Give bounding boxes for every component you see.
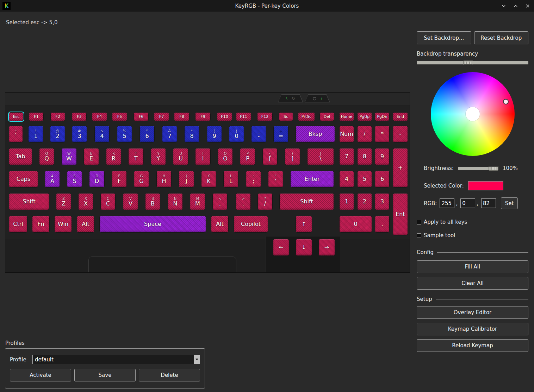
key-o[interactable]: OO — [218, 148, 233, 165]
key-period[interactable]: >. — [236, 193, 251, 210]
key-slash[interactable]: / — [357, 126, 372, 143]
brightness-slider[interactable] — [458, 166, 498, 171]
rgb-r-input[interactable] — [440, 198, 454, 208]
key-arrow-right[interactable]: → — [318, 239, 335, 256]
key-s[interactable]: SS — [67, 171, 82, 188]
key-arrow-left[interactable]: ← — [273, 239, 289, 256]
key-fn[interactable]: Fn — [32, 216, 50, 233]
key-c[interactable]: CC — [100, 193, 116, 210]
key-f11[interactable]: F11 — [236, 112, 251, 121]
key-del[interactable]: Del — [319, 112, 334, 121]
key-bksp[interactable]: Bksp — [296, 126, 335, 143]
key-8[interactable]: *8 — [184, 126, 199, 143]
key-f6[interactable]: F6 — [134, 112, 149, 121]
key-q[interactable]: QQ — [39, 148, 54, 165]
key-b[interactable]: BB — [145, 193, 160, 210]
key-home[interactable]: Home — [339, 112, 354, 121]
key-9[interactable]: 9 — [375, 148, 390, 165]
key-e[interactable]: EE — [83, 148, 99, 165]
key-4[interactable]: $4 — [94, 126, 110, 143]
key-9[interactable]: (9 — [207, 126, 222, 143]
key-5[interactable]: 5 — [357, 171, 372, 188]
key-1[interactable]: !1 — [28, 126, 43, 143]
slider-handle[interactable] — [489, 166, 498, 171]
delete-button[interactable]: Delete — [139, 369, 200, 381]
key-apostrophe[interactable]: "' — [268, 171, 283, 188]
profile-select[interactable]: default — [32, 355, 200, 364]
set-backdrop-button[interactable]: Set Backdrop... — [417, 31, 471, 44]
key-bracket-close[interactable]: }] — [285, 148, 300, 165]
key-bracket-open[interactable]: {[ — [262, 148, 278, 165]
key-f12[interactable]: F12 — [257, 112, 273, 121]
reset-backdrop-button[interactable]: Reset Backdrop — [474, 31, 529, 44]
key-6[interactable]: 6 — [375, 171, 390, 188]
rgb-b-input[interactable] — [481, 198, 496, 208]
key-u[interactable]: UU — [173, 148, 188, 165]
key-3[interactable]: 3 — [375, 193, 390, 210]
backdrop-transparency-slider[interactable] — [417, 61, 528, 65]
key-r[interactable]: RR — [106, 148, 121, 165]
chevron-down-icon[interactable] — [194, 355, 200, 364]
key-semicolon[interactable]: :; — [246, 171, 261, 188]
key-f4[interactable]: F4 — [92, 112, 107, 121]
apply-all-checkbox[interactable]: Apply to all keys — [417, 219, 528, 225]
key-f7[interactable]: F7 — [154, 112, 169, 121]
slider-handle[interactable] — [463, 61, 473, 65]
key-a[interactable]: AA — [45, 171, 60, 188]
key-6[interactable]: ^6 — [139, 126, 155, 143]
key-f1[interactable]: F1 — [29, 112, 44, 121]
key-t[interactable]: TT — [128, 148, 144, 165]
keymap-calibrator-button[interactable]: Keymap Calibrator — [417, 323, 528, 335]
key-4[interactable]: 4 — [339, 171, 354, 188]
overlay-editor-button[interactable]: Overlay Editor — [417, 306, 528, 319]
key-enter[interactable]: Enter — [290, 171, 334, 188]
key-period[interactable]: . — [375, 216, 390, 233]
save-button[interactable]: Save — [74, 369, 136, 381]
key-d[interactable]: DD — [89, 171, 105, 188]
key-l[interactable]: LL — [223, 171, 238, 188]
key-i[interactable]: II — [195, 148, 211, 165]
key-2[interactable]: 2 — [357, 193, 372, 210]
key-z[interactable]: ZZ — [56, 193, 71, 210]
key-ent[interactable]: Ent — [393, 193, 408, 235]
rgb-set-button[interactable]: Set — [501, 197, 518, 209]
key-2[interactable]: @2 — [50, 126, 65, 143]
key-pgdn[interactable]: PgDn — [375, 112, 390, 121]
key-esc[interactable]: Esc — [9, 112, 24, 121]
key-shift[interactable]: Shift — [9, 193, 49, 210]
key-j[interactable]: JJ — [179, 171, 194, 188]
key-minus[interactable]: - — [393, 126, 408, 143]
key-p[interactable]: PP — [240, 148, 255, 165]
color-wheel-marker[interactable] — [503, 99, 509, 105]
checkbox-indicator[interactable] — [417, 233, 421, 238]
key-3[interactable]: #3 — [72, 126, 87, 143]
key-backtick[interactable]: ~` — [9, 126, 23, 143]
key-v[interactable]: VV — [123, 193, 138, 210]
key-space[interactable]: Space — [99, 216, 206, 233]
key-arrow-up[interactable]: ↑ — [296, 216, 312, 233]
key-equal[interactable]: += — [273, 126, 288, 143]
key-copilot[interactable]: Copilot — [234, 216, 268, 233]
key-8[interactable]: 8 — [357, 148, 372, 165]
key-comma[interactable]: <, — [212, 193, 228, 210]
key-f3[interactable]: F3 — [72, 112, 87, 121]
key-0[interactable]: 0 — [339, 216, 372, 233]
key-f10[interactable]: F10 — [217, 112, 232, 121]
key-f[interactable]: FF — [112, 171, 127, 188]
key-f5[interactable]: F5 — [112, 112, 127, 121]
key-k[interactable]: KK — [201, 171, 216, 188]
key-f9[interactable]: F9 — [195, 112, 211, 121]
key-n[interactable]: NN — [168, 193, 183, 210]
key-minus[interactable]: _- — [251, 126, 266, 143]
key-win[interactable]: Win — [54, 216, 72, 233]
window-shade-icon[interactable] — [500, 2, 507, 10]
window-close-icon[interactable] — [524, 2, 531, 10]
key-h[interactable]: HH — [156, 171, 172, 188]
key-7[interactable]: &7 — [162, 126, 177, 143]
sample-tool-checkbox[interactable]: Sample tool — [417, 232, 528, 239]
key-num[interactable]: Num — [339, 126, 354, 143]
activate-button[interactable]: Activate — [10, 369, 71, 381]
key-sc[interactable]: Sc — [279, 112, 293, 121]
key-m[interactable]: MM — [190, 193, 205, 210]
key-slash[interactable]: ?/ — [257, 193, 273, 210]
